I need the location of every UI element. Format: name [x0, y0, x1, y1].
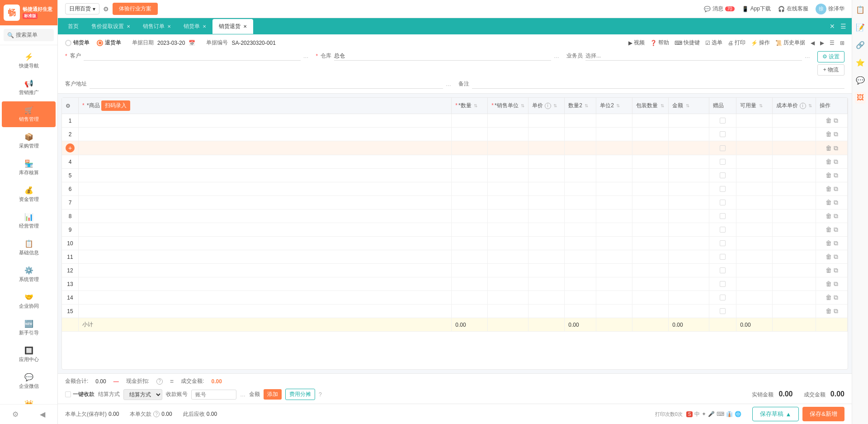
sidebar-item-inventory[interactable]: 🏪 库存核算 — [2, 155, 56, 181]
sidebar-item-sales[interactable]: 🛒 销售管理 — [2, 101, 56, 127]
copy-row-6[interactable]: ⧉ — [834, 185, 838, 193]
tab-close-order[interactable]: ✕ — [167, 24, 171, 29]
delete-row-12[interactable]: 🗑 — [826, 267, 832, 274]
save-draft-btn[interactable]: 保存草稿 ▲ — [752, 407, 799, 421]
tab-close-price[interactable]: ✕ — [127, 24, 130, 29]
product-input-3[interactable] — [82, 145, 448, 152]
calc-method-select[interactable]: 结算方式 — [123, 389, 162, 400]
delete-row-5[interactable]: 🗑 — [826, 172, 832, 179]
debt-info-icon[interactable]: ? — [153, 411, 160, 417]
scan-barcode-btn[interactable]: 扫码录入 — [101, 100, 130, 111]
settings-bottom-icon[interactable]: ⚙ — [10, 408, 20, 420]
save-new-btn[interactable]: 保存&新增 — [802, 407, 844, 421]
tab-close-delivery[interactable]: ✕ — [203, 24, 206, 29]
sidebar-item-basic[interactable]: 📋 基础信息 — [2, 235, 56, 261]
logistics-action-btn[interactable]: + 物流 — [817, 64, 844, 76]
customer-select-btn[interactable]: … — [303, 53, 309, 59]
sidebar-item-system[interactable]: ⚙️ 系统管理 — [2, 262, 56, 287]
gift-checkbox-5[interactable] — [720, 172, 726, 178]
salesperson-input[interactable] — [585, 51, 802, 61]
gift-checkbox-4[interactable] — [720, 159, 726, 165]
gift-checkbox-7[interactable] — [720, 200, 726, 205]
gift-checkbox-11[interactable] — [720, 254, 726, 260]
settings-action-btn[interactable]: ⚙ 设置 — [817, 51, 844, 62]
sidebar-item-member[interactable]: 👑 畅会员 — [2, 395, 56, 404]
collapse-icon[interactable]: ◀ — [38, 408, 47, 420]
tab-home[interactable]: 首页 — [61, 19, 85, 34]
warehouse-select-btn[interactable]: … — [554, 53, 559, 59]
copy-row-5[interactable]: ⧉ — [834, 172, 838, 179]
date-picker-icon[interactable]: 📅 — [189, 40, 195, 46]
nav-next-icon[interactable]: ▶ — [820, 40, 824, 46]
add-payment-btn[interactable]: 添加 — [264, 389, 282, 400]
gift-checkbox-1[interactable] — [720, 118, 726, 124]
rs-icon-1[interactable]: 📋 — [854, 4, 867, 16]
copy-row-12[interactable]: ⧉ — [834, 267, 838, 274]
tab-sales-order[interactable]: 销售订单 ✕ — [137, 19, 177, 34]
delete-row-8[interactable]: 🗑 — [826, 212, 832, 220]
sidebar-item-enterprise[interactable]: 🤝 企业协同 — [2, 288, 56, 314]
delete-row-1[interactable]: 🗑 — [826, 117, 832, 124]
gift-checkbox-13[interactable] — [720, 281, 726, 287]
toolbar-print[interactable]: 🖨 打印 — [728, 39, 745, 47]
gift-checkbox-12[interactable] — [720, 267, 726, 273]
copy-row-11[interactable]: ⧉ — [834, 253, 838, 261]
address-select-btn[interactable]: … — [446, 81, 451, 87]
price-info-icon[interactable]: i — [545, 103, 551, 109]
copy-row-15[interactable]: ⧉ — [834, 307, 838, 315]
tab-sales-delivery[interactable]: 销货单 ✕ — [177, 19, 212, 34]
toolbar-help[interactable]: ❓ 帮助 — [650, 39, 669, 47]
warehouse-input[interactable] — [334, 51, 551, 61]
rs-icon-3[interactable]: 🔗 — [854, 39, 867, 51]
rs-icon-5[interactable]: 💬 — [854, 74, 867, 86]
experience-btn[interactable]: 体验行业方案 — [113, 3, 158, 15]
delete-row-6[interactable]: 🗑 — [826, 185, 832, 193]
delete-row-2[interactable]: 🗑 — [826, 130, 832, 138]
gift-checkbox-9[interactable] — [720, 227, 726, 233]
user-profile[interactable]: 徐 徐泽华 — [816, 4, 844, 14]
list-view-icon[interactable]: ☰ — [830, 40, 835, 46]
delete-row-15[interactable]: 🗑 — [826, 307, 832, 315]
message-item[interactable]: 💬 消息 70 — [704, 5, 735, 13]
copy-row-3[interactable]: ⧉ — [834, 144, 838, 152]
sidebar-item-shortcuts[interactable]: ⚡ 快捷导航 — [2, 48, 56, 74]
copy-row-8[interactable]: ⧉ — [834, 212, 838, 220]
address-input[interactable] — [90, 79, 443, 89]
one-click-payment-checkbox[interactable]: 一键收款 — [65, 391, 94, 398]
sidebar-item-appstore[interactable]: 🔲 应用中心 — [2, 342, 56, 367]
account-input[interactable] — [191, 390, 236, 400]
copy-row-10[interactable]: ⧉ — [834, 239, 838, 247]
sidebar-item-operations[interactable]: 📊 经营管理 — [2, 208, 56, 234]
delete-row-3[interactable]: 🗑 — [826, 144, 832, 152]
toolbar-operate[interactable]: ⚡ 操作 — [751, 39, 770, 47]
rs-icon-4[interactable]: ⭐ — [854, 57, 867, 69]
gift-checkbox-14[interactable] — [720, 295, 726, 300]
toolbar-select[interactable]: ☑ 选单 — [705, 39, 722, 47]
radio-return[interactable]: 退货单 — [97, 39, 121, 47]
customer-input[interactable] — [84, 51, 301, 61]
gift-checkbox-15[interactable] — [720, 308, 726, 314]
tab-price-settings[interactable]: 售价提取设置 ✕ — [85, 19, 137, 34]
sidebar-item-wechat[interactable]: 💬 企业微信 — [2, 368, 56, 394]
copy-row-2[interactable]: ⧉ — [834, 130, 838, 138]
toolbar-history[interactable]: 📜 历史单据 — [775, 39, 805, 47]
add-row-btn[interactable]: + — [66, 143, 75, 152]
rs-icon-2[interactable]: 📝 — [854, 21, 867, 33]
gift-checkbox-3[interactable] — [720, 145, 726, 151]
fee-help-icon[interactable]: ? — [319, 391, 322, 398]
tab-menu-icon[interactable]: ☰ — [839, 22, 848, 31]
cost-info-icon[interactable]: i — [800, 103, 806, 109]
copy-row-1[interactable]: ⧉ — [834, 117, 838, 124]
account-select-btn[interactable]: … — [240, 391, 245, 398]
search-menu-button[interactable]: 🔍 搜索菜单 — [4, 29, 54, 41]
delete-row-10[interactable]: 🗑 — [826, 239, 832, 247]
delete-row-13[interactable]: 🗑 — [826, 280, 832, 288]
discount-info-icon[interactable]: ? — [156, 378, 163, 385]
copy-row-14[interactable]: ⧉ — [834, 294, 838, 301]
toolbar-shortcut[interactable]: ⌨ 快捷键 — [675, 39, 700, 47]
rs-icon-6[interactable]: 🖼 — [855, 92, 866, 104]
gift-checkbox-6[interactable] — [720, 186, 726, 192]
sidebar-item-finance[interactable]: 💰 资金管理 — [2, 181, 56, 207]
delete-row-7[interactable]: 🗑 — [826, 199, 832, 206]
copy-row-13[interactable]: ⧉ — [834, 280, 838, 288]
